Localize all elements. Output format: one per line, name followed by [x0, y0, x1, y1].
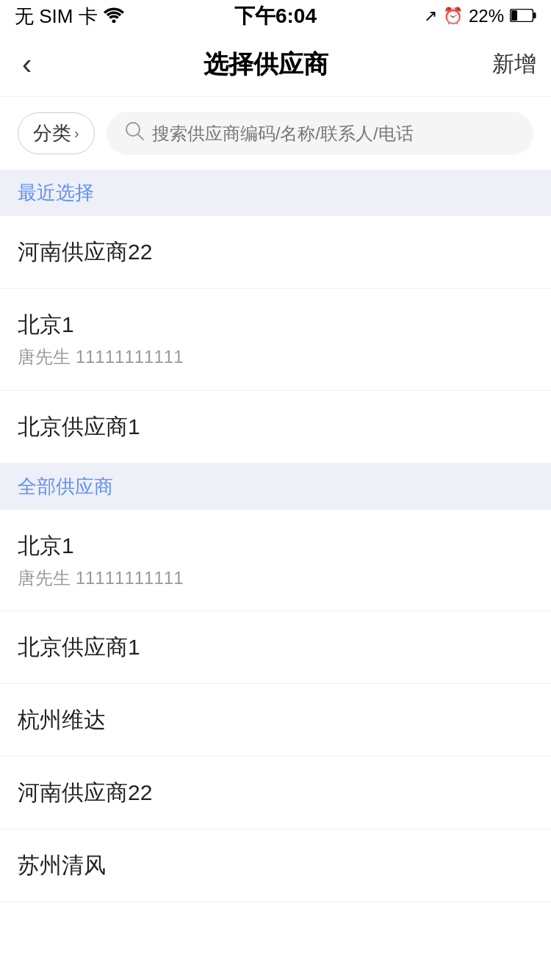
wifi-icon [104, 5, 124, 28]
search-box [107, 112, 533, 155]
item-name: 杭州维达 [18, 705, 533, 735]
back-button[interactable]: ‹ [15, 40, 39, 88]
battery-icon [510, 6, 536, 26]
content-list: 最近选择河南供应商22北京1唐先生 11111111111北京供应商1全部供应商… [0, 170, 551, 902]
item-name: 北京1 [18, 309, 533, 340]
category-button[interactable]: 分类 › [18, 112, 95, 154]
category-label: 分类 [33, 120, 71, 146]
status-bar: 无 SIM 卡 下午6:04 ↗ ⏰ 22% [0, 0, 551, 32]
svg-point-0 [112, 19, 115, 23]
search-icon [124, 120, 145, 146]
list-item[interactable]: 北京供应商1 [0, 611, 551, 684]
item-name: 河南供应商22 [18, 777, 533, 808]
search-input[interactable] [152, 123, 516, 144]
page-title: 选择供应商 [204, 48, 328, 82]
list-item[interactable]: 河南供应商22 [0, 757, 551, 829]
alarm-icon: ⏰ [443, 7, 463, 26]
location-icon: ↗ [424, 7, 437, 26]
item-name: 北京供应商1 [18, 632, 533, 663]
list-item[interactable]: 杭州维达 [0, 684, 551, 757]
battery-percent: 22% [469, 6, 504, 26]
list-item[interactable]: 苏州清风 [0, 829, 551, 902]
item-sub: 唐先生 11111111111 [18, 345, 533, 370]
section-label-recent: 最近选择 [18, 181, 94, 203]
section-header-recent: 最近选择 [0, 170, 551, 216]
item-name: 北京1 [18, 530, 533, 561]
sim-status: 无 SIM 卡 [15, 4, 98, 29]
svg-line-5 [138, 134, 143, 140]
status-left: 无 SIM 卡 [15, 4, 124, 29]
svg-rect-3 [511, 10, 517, 21]
item-name: 苏州清风 [18, 850, 533, 881]
list-item[interactable]: 北京1唐先生 11111111111 [0, 510, 551, 612]
chevron-right-icon: › [74, 125, 79, 142]
list-item[interactable]: 北京供应商1 [0, 391, 551, 464]
status-time: 下午6:04 [234, 2, 317, 30]
item-name: 北京供应商1 [18, 411, 533, 442]
svg-rect-2 [533, 12, 536, 18]
section-label-all: 全部供应商 [18, 475, 113, 497]
section-header-all: 全部供应商 [0, 464, 551, 510]
new-action-button[interactable]: 新增 [492, 49, 536, 79]
nav-bar: ‹ 选择供应商 新增 [0, 32, 551, 97]
item-sub: 唐先生 11111111111 [18, 566, 533, 591]
item-name: 河南供应商22 [18, 237, 533, 267]
search-area: 分类 › [0, 97, 551, 170]
list-item[interactable]: 河南供应商22 [0, 216, 551, 289]
status-right: ↗ ⏰ 22% [424, 6, 536, 26]
list-item[interactable]: 北京1唐先生 11111111111 [0, 289, 551, 391]
